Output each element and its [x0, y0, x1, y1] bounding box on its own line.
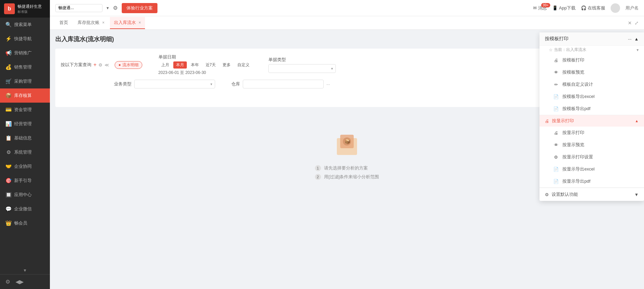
- filter-tag[interactable]: ● 流水明细: [115, 61, 142, 69]
- dropdown-item-模板自定义设计[interactable]: ✏ 模板自定义设计: [539, 78, 644, 90]
- dropdown-section-2-header[interactable]: 🖨 按显示打印 ▲: [539, 115, 644, 127]
- sidebar-basic-info-label: 基础信息: [14, 135, 32, 141]
- dropdown-s2-item-按显示预览[interactable]: 👁 按显示预览: [539, 139, 644, 151]
- sidebar-system-label: 系统管理: [14, 149, 32, 155]
- dropdown-s2-item-按显示导出excel[interactable]: 📄 按显示导出excel: [539, 163, 644, 175]
- header-settings-icon[interactable]: ⚙: [113, 5, 118, 11]
- sidebar-item-basic-info[interactable]: 📋 基础信息: [0, 131, 50, 145]
- dropdown-item-按模板打印[interactable]: 🖨 按模板打印: [539, 54, 644, 66]
- dropdown-s2-item-按显示导出pdf[interactable]: 📄 按显示导出pdf: [539, 175, 644, 187]
- shortcut-7days[interactable]: 近7天: [203, 61, 219, 69]
- sidebar-item-purchase[interactable]: 🛒 采购管理: [0, 74, 50, 88]
- sidebar-item-app-center[interactable]: 🔲 应用中心: [0, 188, 50, 202]
- settings-icon[interactable]: ⚙: [5, 279, 10, 285]
- dropdown-item-按模板导出excel[interactable]: 📄 按模板导出excel: [539, 90, 644, 103]
- header-dropdown-icon[interactable]: ▾: [107, 5, 109, 10]
- filter-tag-icon: ●: [118, 62, 121, 67]
- sidebar-item-sales[interactable]: 💰 销售管理: [0, 60, 50, 74]
- app-name: 畅捷通好生意: [18, 4, 42, 9]
- tab-current-close[interactable]: ×: [139, 20, 141, 25]
- sidebar-item-system[interactable]: ⚙ 系统管理: [0, 145, 50, 159]
- sidebar-search-icon: 🔍: [5, 22, 11, 28]
- shortcut-custom[interactable]: 自定义: [235, 61, 252, 69]
- biz-type-select[interactable]: [134, 80, 215, 88]
- sidebar-membership-icon: 👑: [5, 220, 11, 226]
- filter-label-text: 按以下方案查询: [61, 62, 91, 68]
- sidebar-inventory-icon: 📦: [5, 93, 11, 99]
- app-logo-icon: b: [4, 3, 15, 14]
- industry-btn[interactable]: 体验行业方案: [122, 3, 157, 13]
- tab-expand-actions: ✕ ⤢: [628, 20, 639, 26]
- tab-inventory-batch[interactable]: 库存批次账 ×: [74, 17, 109, 29]
- dropdown-collapse-icon[interactable]: ▲: [634, 36, 639, 42]
- biz-type-field: 业务类型: [114, 80, 215, 88]
- footer-icon: ⚙: [545, 192, 549, 197]
- message-btn[interactable]: ✉ 消息 99+: [533, 5, 547, 11]
- tab-close-all-icon[interactable]: ✕: [628, 20, 632, 26]
- app-download-btn[interactable]: 📱 App下载: [552, 5, 576, 11]
- sidebar-cooperation-icon: 🤝: [5, 163, 11, 169]
- search-input[interactable]: [55, 4, 103, 12]
- shortcut-this-month[interactable]: 本月: [173, 61, 187, 69]
- scroll-down-icon[interactable]: ▼: [23, 268, 27, 273]
- filter-collapse-icon[interactable]: ≪: [105, 62, 109, 68]
- collapse-icon[interactable]: ◀▶: [16, 279, 24, 285]
- sidebar-item-operations[interactable]: 📊 经营管理: [0, 117, 50, 131]
- online-service-btn[interactable]: 🎧 在线客服: [581, 5, 605, 11]
- dropdown-item-按模板预览[interactable]: 👁 按模板预览: [539, 66, 644, 78]
- s2-item-label: 按显示导出excel: [562, 166, 594, 172]
- filter-add-btn[interactable]: +: [93, 62, 96, 68]
- dropdown-s2-item-按显示打印[interactable]: 🖨 按显示打印: [539, 127, 644, 139]
- shortcut-this-year[interactable]: 本年: [188, 61, 202, 69]
- dropdown-more-icon[interactable]: ···: [628, 36, 632, 42]
- s2-item-icon: 📄: [553, 166, 559, 172]
- sidebar-item-finance[interactable]: 💳 资金管理: [0, 103, 50, 117]
- current-arrow[interactable]: ▾: [637, 48, 639, 52]
- sidebar-item-search[interactable]: 🔍 搜索菜单: [0, 18, 50, 32]
- dropdown-footer[interactable]: ⚙ 设置默认功能 ▼: [539, 188, 644, 201]
- shortcut-more[interactable]: 更多: [220, 61, 233, 69]
- empty-step-1: 1 请先选择要分析的方案: [315, 164, 379, 173]
- filter-settings-icon[interactable]: ⚙: [98, 62, 103, 68]
- tab-home-label: 首页: [59, 20, 68, 26]
- item-label: 按模板导出excel: [562, 94, 594, 100]
- sidebar-wechat-icon: 💬: [5, 206, 11, 212]
- biz-type-label: 业务类型: [114, 81, 131, 87]
- tab-current[interactable]: 出入库流水 ×: [110, 17, 145, 29]
- step-2-text: 用[过滤]条件来缩小分析范围: [324, 174, 379, 179]
- header-right: ✉ 消息 99+ 📱 App下载 🎧 在线客服 用户名: [533, 3, 639, 13]
- shortcut-last-month[interactable]: 上月: [158, 61, 172, 69]
- sidebar-item-guide[interactable]: 🎯 新手引导: [0, 174, 50, 188]
- doc-type-select[interactable]: [268, 64, 336, 73]
- item-icon: 👁: [553, 69, 559, 75]
- content-wrapper: 出入库流水(流水明细) 🖨 按模板打印 ▲ ↑ 导出 ↻ 刷新: [55, 35, 639, 202]
- warehouse-more-icon[interactable]: ···: [326, 82, 330, 87]
- sidebar-item-cooperation[interactable]: 🤝 企业协同: [0, 159, 50, 174]
- header: ▾ ⚙ 体验行业方案 ✉ 消息 99+ 📱 App下载 🎧 在线客服 用户名: [50, 0, 644, 16]
- dropdown-header: 按模板打印 ··· ▲: [539, 32, 644, 46]
- sidebar-item-wechat[interactable]: 💬 企业微信: [0, 202, 50, 216]
- sidebar-wechat-label: 企业微信: [14, 206, 32, 212]
- tab-inventory-batch-close[interactable]: ×: [102, 20, 105, 25]
- section-2-label: 按显示打印: [552, 118, 574, 124]
- tab-expand-icon[interactable]: ⤢: [635, 20, 639, 26]
- dropdown-s2-item-按显示打印设置[interactable]: ⚙ 按显示打印设置: [539, 151, 644, 163]
- sidebar-scroll-down[interactable]: ▼: [0, 267, 50, 274]
- sidebar-system-icon: ⚙: [5, 149, 11, 155]
- sidebar-item-marketing[interactable]: 📢 营销推广: [0, 46, 50, 60]
- s2-item-icon: 🖨: [553, 130, 559, 136]
- footer-label: 设置默认功能: [552, 191, 578, 198]
- dropdown-item-按模板导出pdf[interactable]: 📄 按模板导出pdf: [539, 103, 644, 115]
- tabs-bar: 首页 库存批次账 × 出入库流水 × ✕ ⤢: [50, 16, 644, 30]
- item-label: 按模板打印: [562, 57, 584, 63]
- section-2-collapse-icon: ▲: [635, 119, 639, 123]
- sidebar-purchase-label: 采购管理: [14, 78, 32, 84]
- user-name: 用户名: [625, 5, 639, 11]
- tab-home[interactable]: 首页: [55, 17, 72, 29]
- warehouse-input[interactable]: [243, 80, 324, 88]
- date-label: 单据日期: [158, 54, 253, 60]
- user-avatar[interactable]: [611, 3, 620, 13]
- sidebar-item-inventory[interactable]: 📦 库存核算: [0, 88, 50, 103]
- sidebar-item-membership[interactable]: 👑 畅会员: [0, 216, 50, 230]
- sidebar-item-quick-nav[interactable]: ⚡ 快捷导航: [0, 32, 50, 46]
